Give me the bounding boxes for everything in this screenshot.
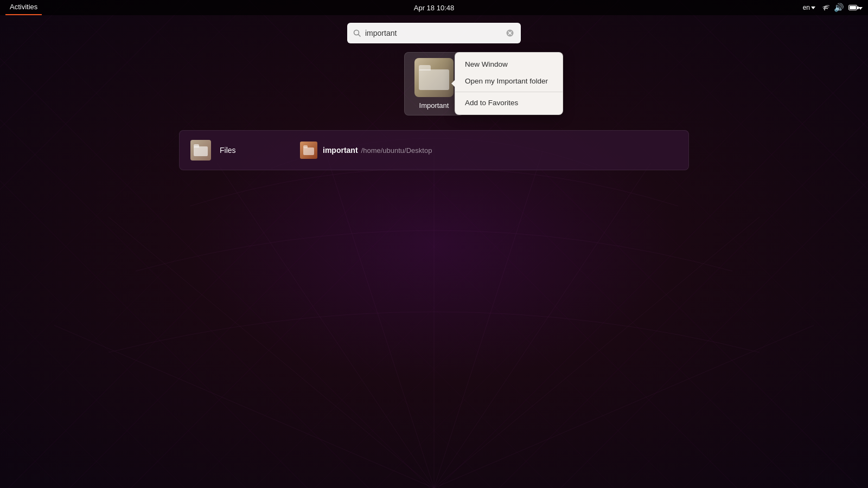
app-icon-image [414,58,454,97]
svg-line-7 [54,325,434,488]
search-clear-button[interactable] [505,28,515,38]
language-indicator[interactable]: en [803,4,815,11]
folder-icon [419,65,449,90]
context-menu: New Window Open my Important folder Add … [455,52,563,115]
context-menu-separator [455,92,563,92]
context-menu-new-window[interactable]: New Window [455,56,563,73]
result-text-group: important /home/ubuntu/Desktop [323,146,432,155]
search-container [347,23,521,43]
app-icon-label: Important [419,101,449,110]
search-result-important[interactable]: important /home/ubuntu/Desktop [293,138,438,162]
topbar-left: Activities [5,0,42,15]
result-folder-shape [303,145,314,155]
result-folder-body [303,147,314,155]
activities-label[interactable]: Activities [5,0,42,15]
topbar: Activities Apr 18 10:48 en 🔊 [0,0,868,15]
svg-line-0 [108,217,434,488]
svg-line-8 [434,325,814,488]
result-item-path: /home/ubuntu/Desktop [361,146,432,155]
files-section-label: Files [220,146,285,155]
lang-text: en [803,4,810,11]
svg-line-6 [434,217,760,488]
lang-chevron-icon [811,7,815,9]
search-input[interactable] [365,29,501,37]
result-folder-icon [300,142,317,159]
context-menu-add-favorites[interactable]: Add to Favorites [455,94,563,111]
datetime-label: Apr 18 10:48 [414,4,454,12]
topbar-right: en 🔊 [803,3,863,12]
context-menu-open-folder[interactable]: Open my Important folder [455,73,563,89]
files-app-icon [190,140,211,160]
folder-body [419,69,449,90]
search-icon [353,29,361,37]
svg-line-5 [434,163,651,488]
volume-icon[interactable]: 🔊 [834,3,844,12]
results-section-files: Files important /home/ubuntu/Desktop [180,133,688,168]
svg-line-10 [359,35,361,37]
svg-line-4 [434,152,542,488]
svg-line-2 [326,152,434,488]
search-bar [347,23,521,43]
result-item-name: important [323,146,358,155]
search-results: Files important /home/ubuntu/Desktop [179,130,689,170]
small-folder-icon [194,144,208,156]
small-folder-body [194,146,208,156]
svg-line-1 [217,163,434,488]
topbar-center: Apr 18 10:48 [414,4,454,12]
power-icon[interactable] [848,5,863,10]
wifi-icon [820,4,829,11]
